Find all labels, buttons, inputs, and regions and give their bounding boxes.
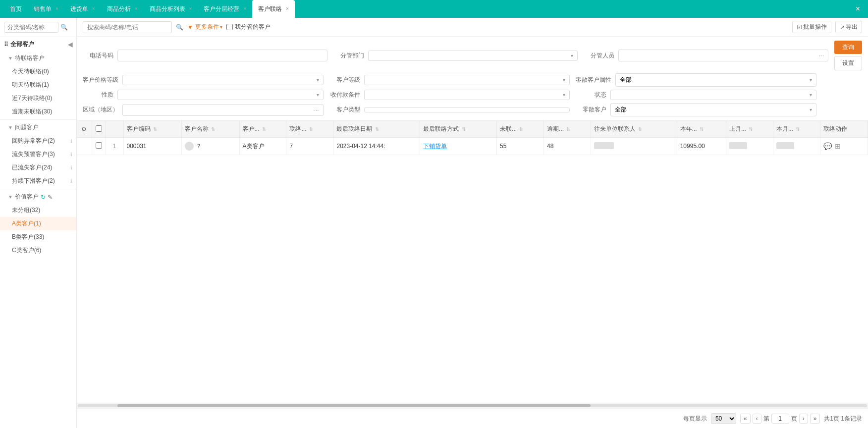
edit-group-icon[interactable]: ✎ <box>48 194 53 201</box>
tri-icon: ▼ <box>8 125 13 130</box>
customer-level-select[interactable]: ▾ <box>364 75 570 85</box>
dept-select[interactable]: ▾ <box>368 51 578 61</box>
col-header-not-contacted[interactable]: 未联... ⇅ <box>497 121 544 138</box>
nav-tab-analysis-list[interactable]: 商品分析列表 × <box>144 0 198 18</box>
sidebar-item-b-class[interactable]: B类客户(33) <box>0 230 76 244</box>
col-header-code[interactable]: 客户编码 ⇅ <box>123 121 181 138</box>
nav-tab-customer-contact[interactable]: 客户联络 × <box>252 0 295 18</box>
first-page-button[interactable]: « <box>740 414 751 424</box>
sidebar: 🔍 ⠿ 全部客户 ◀ ▼ 待联络客户 今天待联络(0) 明天待联络(1) 近7天… <box>0 18 77 428</box>
sidebar-item-declining[interactable]: 持续下滑客户(2) ℹ <box>0 174 76 188</box>
retail-select[interactable]: 全部 ▾ <box>610 103 816 116</box>
row-this-month <box>773 138 820 155</box>
sidebar-item-churned[interactable]: 已流失客户(24) ℹ <box>0 161 76 174</box>
sidebar-search-input[interactable] <box>4 22 58 33</box>
refresh-icon[interactable]: ↻ <box>41 194 46 201</box>
col-header-name[interactable]: 客户名称 ⇅ <box>181 121 239 138</box>
sort-icon: ⇅ <box>566 126 570 132</box>
region-select[interactable]: ··· <box>122 104 324 116</box>
close-tab-icon[interactable]: × <box>243 0 246 18</box>
page-number-input[interactable] <box>771 414 789 424</box>
nav-tab-salelist[interactable]: 销售单 × <box>28 0 64 18</box>
export-button[interactable]: ↗ 导出 <box>835 21 862 33</box>
chevron-icon: ▾ <box>220 24 222 30</box>
page-label-end: 页 <box>791 415 797 423</box>
sort-icon: ⇅ <box>796 126 800 132</box>
nature-select[interactable]: ▾ <box>117 90 324 100</box>
col-header-unit-contact[interactable]: 往来单位联系人 ⇅ <box>591 121 677 138</box>
batch-op-button[interactable]: ☑ 批量操作 <box>792 21 831 33</box>
prev-page-button[interactable]: ‹ <box>753 414 761 424</box>
sort-icon: ⇅ <box>462 126 466 132</box>
close-tab-icon[interactable]: × <box>92 0 95 18</box>
nav-tab-customer-segment[interactable]: 客户分层经营 × <box>198 0 252 18</box>
settings-button[interactable]: 设置 <box>834 56 862 70</box>
filter-more-conditions[interactable]: ▼ 更多条件 ▾ <box>187 23 222 31</box>
person-label: 分管人员 <box>584 52 618 60</box>
chat-icon[interactable]: 💬 <box>823 142 832 150</box>
col-header-contact[interactable]: 联络... ⇅ <box>286 121 333 138</box>
sidebar-problem-customers-header[interactable]: ▼ 问题客户 <box>0 121 76 134</box>
page-size-select[interactable]: 50 100 <box>711 413 736 424</box>
last-way-link[interactable]: 下销货单 <box>423 143 447 150</box>
col-header-last-date[interactable]: 最后联络日期 ⇅ <box>333 121 420 138</box>
collapse-icon[interactable]: ◀ <box>68 41 72 48</box>
col-header-type[interactable]: 客户... ⇅ <box>239 121 286 138</box>
col-header-last-way[interactable]: 最后联络方式 ⇅ <box>420 121 497 138</box>
col-header-gear[interactable]: ⚙ <box>77 121 92 138</box>
sort-icon: ⇅ <box>700 126 704 132</box>
row-name: ？ <box>181 138 239 155</box>
sidebar-item-a-class[interactable]: A类客户(1) <box>0 217 76 230</box>
adv-filter-panel: 电话号码 分管部门 ▾ 分管人员 ··· <box>77 37 868 121</box>
sidebar-value-customers-header[interactable]: ▼ 价值客户 ↻ ✎ <box>0 190 76 204</box>
retail-attr-select[interactable]: 全部 ▾ <box>615 73 816 87</box>
horizontal-scrollbar[interactable] <box>77 403 868 409</box>
row-this-year: 10995.00 <box>677 138 726 155</box>
sidebar-item-churn-warning[interactable]: 流失预警客户(3) ℹ <box>0 148 76 161</box>
qr-icon[interactable]: ⊞ <box>835 142 841 150</box>
payment-select[interactable]: ▾ <box>364 90 570 100</box>
filter-search-button[interactable]: 🔍 <box>176 24 183 31</box>
filter-search-input[interactable] <box>83 21 172 33</box>
phone-input[interactable] <box>117 50 327 61</box>
person-select[interactable]: ··· <box>618 50 828 61</box>
filter-my-customers[interactable]: 我分管的客户 <box>226 23 271 31</box>
sidebar-item-c-class[interactable]: C类客户(6) <box>0 244 76 257</box>
status-select[interactable]: ▾ <box>610 90 816 100</box>
col-header-overdue[interactable]: 逾期... ⇅ <box>544 121 591 138</box>
filter-cell-price-level: 客户价格等级 ▾ <box>83 75 324 85</box>
close-tab-icon[interactable]: × <box>55 0 58 18</box>
sidebar-item-repurchase-abnormal[interactable]: 回购异常客户(2) ℹ <box>0 134 76 148</box>
close-all-tabs[interactable]: × <box>852 4 864 13</box>
scroll-thumb[interactable] <box>117 404 591 407</box>
close-tab-icon[interactable]: × <box>286 0 289 18</box>
nav-home[interactable]: 首页 <box>4 0 28 18</box>
col-header-this-month[interactable]: 本月... ⇅ <box>773 121 820 138</box>
col-header-last-month[interactable]: 上月... ⇅ <box>726 121 773 138</box>
sidebar-item-ungrouped[interactable]: 未分组(32) <box>0 204 76 217</box>
sidebar-search-icon[interactable]: 🔍 <box>60 24 68 31</box>
more-icon[interactable]: ··· <box>819 52 824 59</box>
price-level-select[interactable]: ▾ <box>122 75 324 85</box>
sidebar-pending-contact-header[interactable]: ▼ 待联络客户 <box>0 52 76 65</box>
page-total: 共1页 1条记录 <box>824 415 862 423</box>
nav-tab-purchase[interactable]: 进货单 × <box>64 0 101 18</box>
next-page-button[interactable]: › <box>799 414 808 424</box>
sidebar-item-7days-pending[interactable]: 近7天待联络(0) <box>0 92 76 105</box>
table-area: ⚙ 客户编码 ⇅ 客户名称 ⇅ 客户... ⇅ <box>77 121 868 403</box>
more-icon[interactable]: ··· <box>314 107 319 113</box>
close-tab-icon[interactable]: × <box>135 0 138 18</box>
sidebar-item-overdue-contact[interactable]: 逾期未联络(30) <box>0 105 76 118</box>
row-checkbox[interactable] <box>96 142 102 149</box>
col-header-this-year[interactable]: 本年... ⇅ <box>677 121 726 138</box>
sidebar-item-tomorrow-pending[interactable]: 明天待联络(1) <box>0 78 76 92</box>
sidebar-all-customers[interactable]: ⠿ 全部客户 ◀ <box>0 37 76 52</box>
last-page-button[interactable]: » <box>810 414 820 424</box>
query-button[interactable]: 查询 <box>834 41 862 54</box>
select-all-checkbox[interactable] <box>96 125 102 132</box>
customer-type-select[interactable] <box>364 107 570 112</box>
close-tab-icon[interactable]: × <box>189 0 192 18</box>
sidebar-item-today-pending[interactable]: 今天待联络(0) <box>0 65 76 78</box>
nav-tab-analysis[interactable]: 商品分析 × <box>101 0 144 18</box>
my-customers-checkbox[interactable] <box>226 24 233 30</box>
